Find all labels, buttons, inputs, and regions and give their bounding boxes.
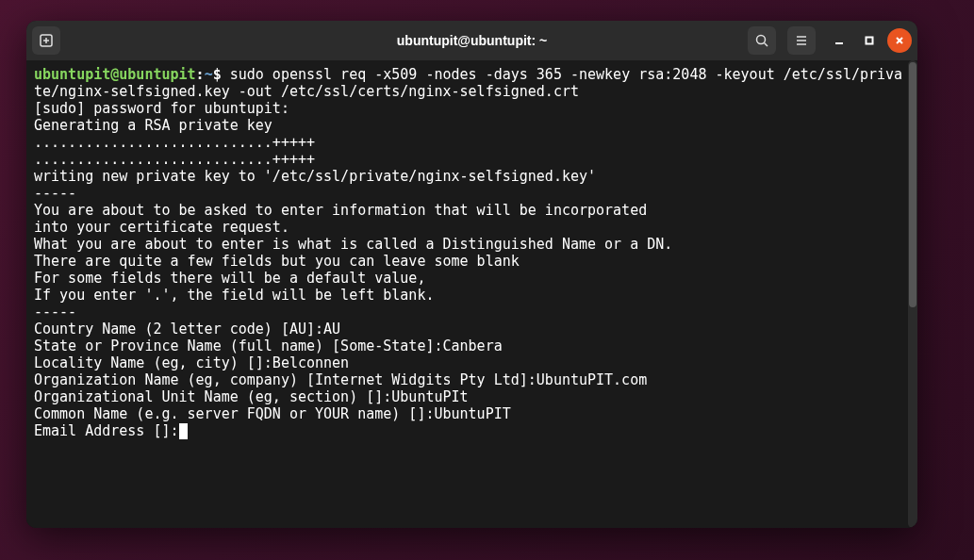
output-line: Generating a RSA private key bbox=[34, 117, 910, 134]
prompt-path: ~ bbox=[205, 66, 213, 83]
new-tab-button[interactable] bbox=[32, 26, 60, 55]
prompt-user: ubuntupit@ubuntupit bbox=[34, 66, 196, 83]
cursor bbox=[179, 423, 188, 439]
output-line: Locality Name (eg, city) []:Belconnen bbox=[34, 354, 910, 371]
output-line: [sudo] password for ubuntupit: bbox=[34, 100, 910, 117]
hamburger-icon bbox=[794, 33, 809, 48]
scrollbar-thumb[interactable] bbox=[909, 62, 916, 307]
minimize-icon bbox=[834, 36, 844, 45]
titlebar-right bbox=[748, 26, 912, 55]
prompt-colon: : bbox=[196, 66, 205, 83]
svg-rect-9 bbox=[867, 38, 873, 44]
output-line: Organization Name (eg, company) [Interne… bbox=[34, 371, 910, 388]
output-line: For some fields there will be a default … bbox=[34, 270, 910, 287]
output-line: You are about to be asked to enter infor… bbox=[34, 202, 910, 219]
prompt-symbol: $ bbox=[213, 66, 222, 83]
output-line: ----- bbox=[34, 185, 910, 202]
titlebar: ubuntupit@ubuntupit: ~ bbox=[26, 21, 917, 60]
maximize-button[interactable] bbox=[857, 28, 882, 53]
output-line: Organizational Unit Name (eg, section) [… bbox=[34, 388, 910, 405]
output-line: There are quite a few fields but you can… bbox=[34, 253, 910, 270]
output-line: Country Name (2 letter code) [AU]:AU bbox=[34, 321, 910, 338]
output-line: ............................+++++ bbox=[34, 134, 910, 151]
output-line: writing new private key to '/etc/ssl/pri… bbox=[34, 168, 910, 185]
current-prompt: Email Address []: bbox=[34, 422, 179, 439]
titlebar-left bbox=[32, 26, 66, 55]
minimize-button[interactable] bbox=[827, 28, 851, 53]
output-line: ............................+++++ bbox=[34, 151, 910, 168]
new-tab-icon bbox=[39, 33, 54, 48]
svg-line-4 bbox=[765, 43, 768, 47]
terminal-window: ubuntupit@ubuntupit: ~ bbox=[26, 21, 917, 528]
svg-point-3 bbox=[757, 36, 766, 44]
search-icon bbox=[754, 33, 769, 48]
output-line: ----- bbox=[34, 304, 910, 321]
maximize-icon bbox=[865, 36, 874, 45]
output-line: What you are about to enter is what is c… bbox=[34, 236, 910, 253]
input-line: Email Address []: bbox=[34, 422, 910, 439]
command-line: ubuntupit@ubuntupit:~$ sudo openssl req … bbox=[34, 66, 910, 100]
output-line: Common Name (e.g. server FQDN or YOUR na… bbox=[34, 405, 910, 422]
output-line: into your certificate request. bbox=[34, 219, 910, 236]
close-icon bbox=[895, 36, 904, 45]
output-container: [sudo] password for ubuntupit:Generating… bbox=[34, 100, 910, 422]
terminal-body[interactable]: ubuntupit@ubuntupit:~$ sudo openssl req … bbox=[26, 60, 917, 528]
output-line: State or Province Name (full name) [Some… bbox=[34, 338, 910, 354]
close-button[interactable] bbox=[887, 28, 912, 53]
menu-button[interactable] bbox=[787, 26, 816, 55]
output-line: If you enter '.', the field will be left… bbox=[34, 287, 910, 304]
search-button[interactable] bbox=[748, 26, 776, 55]
scrollbar[interactable] bbox=[908, 60, 917, 528]
